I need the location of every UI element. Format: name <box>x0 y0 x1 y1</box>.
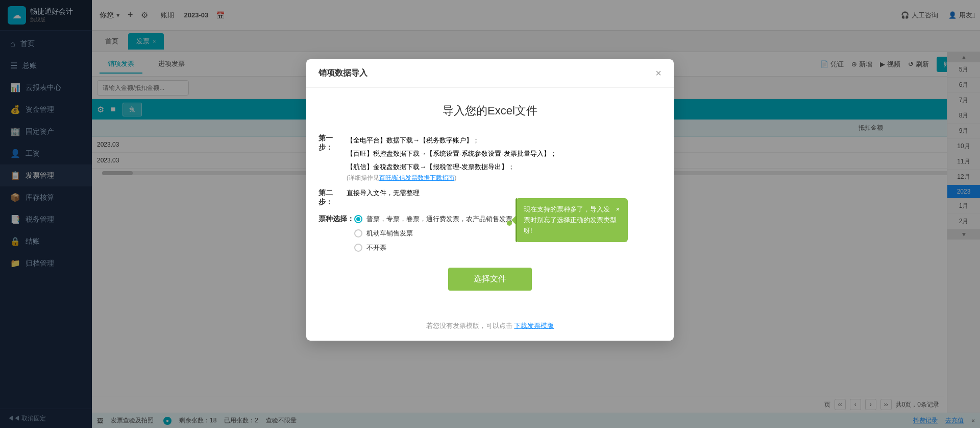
step1-line1: 【全电平台】数据下载→【税务数字账户】； <box>347 134 662 147</box>
radio-car-circle <box>354 229 362 237</box>
radio-car-label: 机动车销售发票 <box>366 229 413 238</box>
import-title: 导入您的Excel文件 <box>318 103 662 118</box>
modal-footer: 若您没有发票模版，可以点击 下载发票模版 <box>306 316 674 341</box>
tooltip-close-btn[interactable]: × <box>616 204 620 215</box>
radio-normal-circle <box>354 215 362 223</box>
radio-normal[interactable]: 普票，专票，卷票，通行费发票，农产品销售发票 <box>354 215 512 224</box>
step1-link[interactable]: 百旺/航信发票数据下载指南 <box>379 174 454 181</box>
radio-noticket[interactable]: 不开票 <box>354 243 512 252</box>
step2-content: 直接导入文件，无需整理 <box>347 188 420 198</box>
modal-title: 销项数据导入 <box>318 68 368 79</box>
step1-note: (详细操作见百旺/航信发票数据下载指南) <box>347 174 662 182</box>
modal-close-btn[interactable]: × <box>655 67 662 79</box>
tooltip-box: × 现在支持的票种多了，导入发票时别忘了选择正确的发票类型呀! <box>516 198 628 242</box>
radio-car[interactable]: 机动车销售发票 <box>354 229 512 238</box>
footer-text: 若您没有发票模版，可以点击 <box>426 322 512 329</box>
tooltip-text: 现在支持的票种多了，导入发票时别忘了选择正确的发票类型呀! <box>524 205 617 234</box>
modal-header: 销项数据导入 × <box>306 59 674 88</box>
step1-line3: 【航信】金税盘数据下载→【报税管理-发票数据导出】； <box>347 160 662 174</box>
step1-content: 【全电平台】数据下载→【税务数字账户】； 【百旺】税控盘数据下载→【系统设置-系… <box>347 134 662 182</box>
radio-noticket-circle <box>354 244 362 252</box>
ticket-label: 票种选择： <box>318 215 354 224</box>
radio-noticket-label: 不开票 <box>366 243 386 252</box>
footer-link[interactable]: 下载发票模版 <box>514 322 554 329</box>
step1-row: 第一步： 【全电平台】数据下载→【税务数字账户】； 【百旺】税控盘数据下载→【系… <box>318 134 662 182</box>
step1-label: 第一步： <box>318 134 347 152</box>
tooltip-bar <box>516 198 517 242</box>
select-file-btn[interactable]: 选择文件 <box>448 268 532 291</box>
step2-label: 第二步： <box>318 188 347 207</box>
radio-group: 普票，专票，卷票，通行费发票，农产品销售发票 机动车销售发票 不开票 <box>354 215 512 257</box>
step1-line2: 【百旺】税控盘数据下载→【系统设置-系统参数设置-发票批量导入】； <box>347 147 662 160</box>
radio-normal-label: 普票，专票，卷票，通行费发票，农产品销售发票 <box>366 215 512 224</box>
